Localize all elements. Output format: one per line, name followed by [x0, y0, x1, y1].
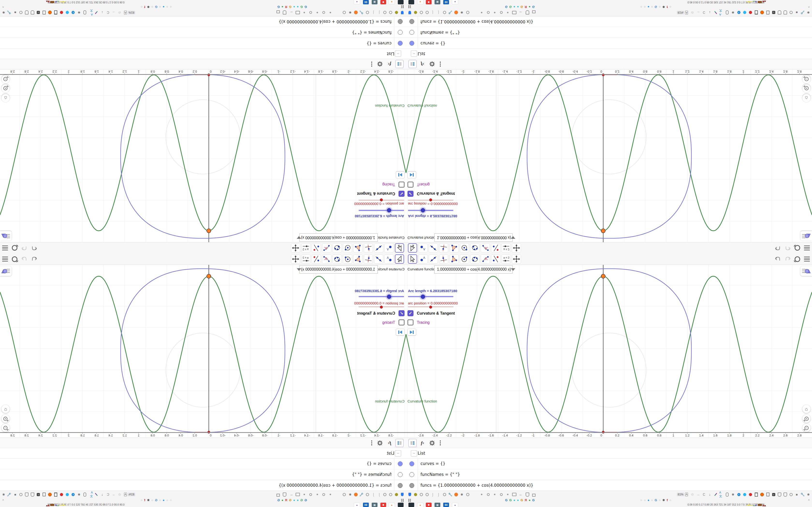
bookmark-favicon[interactable]: G: [305, 5, 307, 9]
kite-icon[interactable]: [407, 492, 412, 497]
browser-tab[interactable]: ●: [417, 0, 423, 4]
gear-icon[interactable]: ✺: [806, 492, 811, 497]
visibility-marble[interactable]: [409, 483, 414, 488]
bookmark-favicon[interactable]: ○: [659, 5, 661, 9]
bookmark-favicon[interactable]: ✸: [147, 5, 150, 9]
hook-icon[interactable]: ⌡: [437, 10, 441, 15]
back-arrow-icon[interactable]: ←: [519, 492, 523, 497]
circle-olive-icon[interactable]: [413, 10, 418, 15]
bookmark-favicon[interactable]: Я: [525, 498, 527, 502]
move-tool[interactable]: [408, 243, 417, 252]
menu-icon[interactable]: [2, 256, 8, 262]
shield-icon[interactable]: [777, 492, 781, 497]
translate-a-icon[interactable]: A文: [719, 492, 723, 497]
conic-tool[interactable]: [470, 255, 479, 264]
zoom-in-button[interactable]: +: [802, 414, 811, 423]
globe-icon[interactable]: [389, 492, 393, 497]
bookmark-favicon[interactable]: ○: [159, 5, 161, 9]
pen-icon[interactable]: [94, 492, 99, 497]
globe-icon[interactable]: [389, 10, 393, 15]
globe-orange-icon[interactable]: [48, 492, 52, 497]
shield-icon[interactable]: [783, 492, 788, 497]
dot-icon[interactable]: [328, 492, 333, 497]
dot-icon[interactable]: [328, 10, 333, 15]
back-arrow-icon[interactable]: ←: [289, 10, 293, 15]
bookmark-favicon[interactable]: ●: [293, 5, 295, 9]
reflect-tool[interactable]: [312, 255, 321, 264]
dot-icon[interactable]: [493, 492, 497, 497]
browser-tab[interactable]: ●: [389, 0, 395, 4]
tracing-checkbox[interactable]: [407, 320, 413, 326]
chevron-up-icon[interactable]: ^: [2, 5, 4, 9]
curvature-tangent-checkbox[interactable]: ✓: [407, 310, 413, 316]
add-blue-icon[interactable]: +: [71, 492, 75, 497]
dot-icon[interactable]: [506, 492, 510, 497]
hook-icon[interactable]: ⌡: [371, 10, 375, 15]
bookmark-favicon[interactable]: ○: [651, 498, 653, 502]
polygon-tool[interactable]: [450, 243, 459, 252]
visibility-marble[interactable]: [398, 472, 403, 477]
shield-icon[interactable]: [783, 10, 788, 15]
globe-icon[interactable]: [365, 492, 370, 497]
curvature-function-input[interactable]: 1.000000000000 + cos(4.000000000000 x): [299, 265, 378, 274]
tree-view-icon[interactable]: [395, 439, 404, 447]
algebra-row[interactable]: funcs = {1.000000000000 + cos(4.00000000…: [406, 16, 812, 27]
lock-icon[interactable]: [276, 492, 280, 497]
arc-length-slider[interactable]: [359, 210, 404, 211]
visibility-marble[interactable]: [398, 19, 403, 24]
browser-tab[interactable]: [398, 0, 404, 4]
translate-icon[interactable]: A: [684, 10, 689, 15]
bookmark-favicon[interactable]: G: [532, 498, 535, 502]
bookmark-favicon[interactable]: ●: [282, 5, 284, 9]
mouse-icon[interactable]: [725, 492, 729, 497]
browser-tab[interactable]: ▣: [372, 503, 377, 507]
shield-icon[interactable]: [777, 10, 781, 15]
bookmark-favicon[interactable]: Я: [285, 498, 287, 502]
hook-icon[interactable]: ⌡: [430, 492, 435, 497]
dot-icon[interactable]: [302, 492, 306, 497]
badge-icon[interactable]: U: [771, 492, 776, 497]
angle-tool[interactable]: α: [322, 255, 331, 264]
globe-icon[interactable]: [465, 492, 470, 497]
reflect-tool[interactable]: [491, 243, 500, 252]
shield-icon[interactable]: [24, 10, 29, 15]
browser-tab[interactable]: 64: [363, 0, 369, 4]
move-graphics-tool[interactable]: [291, 243, 300, 252]
slider-knob[interactable]: [421, 208, 425, 213]
translate-icon[interactable]: A: [123, 10, 128, 15]
forward-arrow-icon[interactable]: →: [112, 492, 116, 497]
gear-icon[interactable]: ✺: [1, 10, 6, 15]
graphics-view[interactable]: -2.6-2.4-2.2-2-1.8-1.6-1.4-1.2-1-0.8-0.6…: [0, 69, 406, 242]
move-graphics-tool[interactable]: [291, 255, 300, 264]
algebra-row[interactable]: curves = {}: [0, 458, 406, 469]
globe-icon[interactable]: [342, 492, 347, 497]
browser-tab[interactable]: ●: [452, 0, 458, 4]
browser-tab[interactable]: ✸: [426, 0, 432, 4]
folder-icon[interactable]: [512, 10, 516, 15]
circle-center-point-tool[interactable]: [460, 243, 469, 252]
algebra-row[interactable]: funcs = {1.000000000000 + cos(4.00000000…: [0, 480, 406, 491]
translate-icon[interactable]: A: [123, 492, 128, 497]
globe-icon[interactable]: [342, 10, 347, 15]
zoom-in-button[interactable]: +: [802, 84, 811, 93]
slider-knob[interactable]: [387, 294, 391, 299]
chevron-up-icon[interactable]: ^: [808, 5, 810, 9]
undo-icon[interactable]: [775, 256, 781, 262]
algebra-row[interactable]: funcNames = {" "}: [406, 469, 812, 480]
slider-knob[interactable]: [421, 294, 425, 299]
visibility-marble[interactable]: [409, 41, 414, 46]
kite-icon[interactable]: [400, 10, 405, 15]
undo-icon[interactable]: [31, 256, 37, 262]
algebra-row[interactable]: funcNames = {" "}: [0, 27, 406, 38]
globe-orange-icon[interactable]: [760, 492, 764, 497]
zoom-level-badge[interactable]: 81%: [128, 11, 135, 14]
visibility-marble[interactable]: [398, 461, 403, 466]
browser-tab[interactable]: ▣: [435, 503, 440, 507]
slider-knob[interactable]: [429, 199, 432, 201]
gear-icon[interactable]: ✺: [348, 10, 352, 15]
forward-arrow-icon[interactable]: →: [696, 492, 700, 497]
graphics-view[interactable]: -2.6-2.4-2.2-2-1.8-1.6-1.4-1.2-1-0.8-0.6…: [406, 265, 812, 438]
redo-icon[interactable]: [784, 256, 791, 262]
reload-icon[interactable]: C: [702, 10, 706, 15]
circle-center-point-tool[interactable]: [343, 243, 352, 252]
